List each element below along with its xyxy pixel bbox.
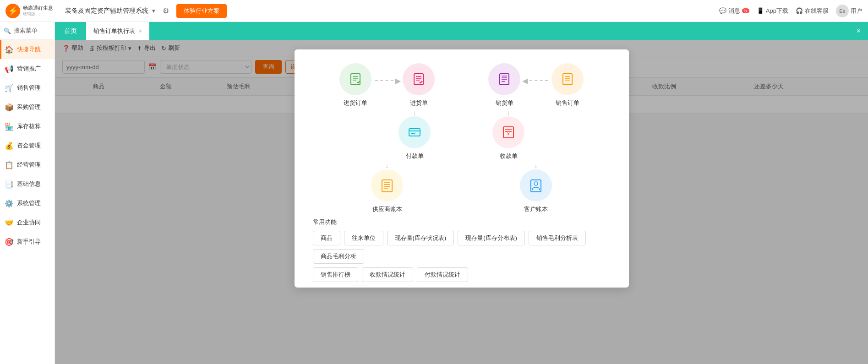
svg-text:¥: ¥ xyxy=(413,131,416,136)
scroll-bar-area: ◀ ▶ xyxy=(313,286,611,288)
sidebar-item-purchase[interactable]: 📦 采购管理 xyxy=(0,98,55,117)
home-icon: 🏠 xyxy=(5,45,13,54)
message-btn[interactable]: 💬 消息 5 xyxy=(719,7,749,15)
system-title: 装备及固定资产辅助管理系统 ▾ ⚙ 体验行业方案 xyxy=(65,4,719,18)
avatar: Ea xyxy=(836,5,849,17)
sales-order-node: 销售订单 xyxy=(551,63,584,107)
sidebar-item-enterprise[interactable]: 🤝 企业协同 xyxy=(0,213,55,232)
sidebar-label-newbie: 新手引导 xyxy=(17,238,41,246)
system-dropdown-btn[interactable]: ▾ xyxy=(152,7,155,14)
sidebar-label-marketing: 营销推广 xyxy=(17,65,41,73)
receipt-bill-node: ¥ 收款单 xyxy=(492,116,524,160)
sales-icon: 🛒 xyxy=(5,84,13,92)
function-buttons-row2: 销售排行榜 收款情况统计 付款情况统计 xyxy=(313,267,611,282)
logo-sub: 旺销版 xyxy=(23,11,53,17)
common-functions: 常用功能 商品 往来单位 现存量(库存状况表) 现存量(库存分布表) 销售毛利分… xyxy=(313,218,611,282)
func-stock-dist-btn[interactable]: 现存量(库存分布表) xyxy=(458,231,525,245)
operation-icon: 📋 xyxy=(5,161,13,169)
func-sales-margin-btn[interactable]: 销售毛利分析表 xyxy=(529,231,586,245)
purchase-order-node: 进货订单 xyxy=(339,63,371,107)
tab-close-btn[interactable]: × xyxy=(139,28,142,34)
modal-dialog: 进货订单 ▶ 进货单 xyxy=(295,49,629,288)
app-download-btn[interactable]: 📱 App下载 xyxy=(757,7,788,15)
customer-account-label: 客户账本 xyxy=(524,205,548,213)
sidebar-item-inventory[interactable]: 🏪 库存核算 xyxy=(0,117,55,136)
customer-account-icon xyxy=(520,169,552,201)
user-name-label: 用户 xyxy=(851,7,863,15)
tab-sales-order[interactable]: 销售订单执行表 × xyxy=(86,22,149,40)
func-payment-stats-btn[interactable]: 付款情况统计 xyxy=(417,267,468,282)
sales-bill-label: 销货单 xyxy=(496,99,513,107)
sidebar-label-inventory: 库存核算 xyxy=(17,122,41,130)
sidebar-item-basic[interactable]: 📑 基础信息 xyxy=(0,174,55,194)
sidebar-label-sales: 销售管理 xyxy=(17,84,41,92)
sidebar-label-basic: 基础信息 xyxy=(17,180,41,188)
svg-rect-17 xyxy=(500,74,509,85)
tab-home-label: 首页 xyxy=(64,27,77,35)
payment-bill-label: 付款单 xyxy=(406,152,424,160)
func-sales-rank-btn[interactable]: 销售排行榜 xyxy=(313,267,358,282)
sidebar-item-finance[interactable]: 💰 资金管理 xyxy=(0,136,55,155)
purchase-bill-icon xyxy=(403,63,435,95)
sidebar: 🔍 搜索菜单 🏠 快捷导航 📢 营销推广 🛒 销售管理 📦 采购管理 🏪 库存核… xyxy=(0,22,55,364)
phone-icon: 📱 xyxy=(757,7,764,14)
newbie-icon: 🎯 xyxy=(5,238,13,246)
svg-rect-22 xyxy=(563,74,572,85)
sidebar-item-marketing[interactable]: 📢 营销推广 xyxy=(0,59,55,78)
function-buttons-row1: 商品 往来单位 现存量(库存状况表) 现存量(库存分布表) 销售毛利分析表 商品… xyxy=(313,231,611,264)
system-name-label: 装备及固定资产辅助管理系统 xyxy=(65,7,148,15)
main-content: 首页 销售订单执行表 × × ❓ 帮助 🖨 按模板打印 ▾ ⬆ 导出 xyxy=(55,22,868,364)
func-stock-status-btn[interactable]: 现存量(库存状况表) xyxy=(387,231,454,245)
message-label: 消息 xyxy=(728,7,740,15)
user-area[interactable]: Ea 用户 xyxy=(836,5,863,17)
svg-text:¥: ¥ xyxy=(507,131,510,136)
purchase-icon: 📦 xyxy=(5,103,13,111)
marketing-icon: 📢 xyxy=(5,65,13,73)
common-title: 常用功能 xyxy=(313,218,611,226)
func-units-btn[interactable]: 往来单位 xyxy=(344,231,383,245)
sidebar-item-system[interactable]: ⚙️ 系统管理 xyxy=(0,194,55,213)
tab-home[interactable]: 首页 xyxy=(55,22,86,40)
top-right-area: 💬 消息 5 📱 App下载 🎧 在线客服 Ea 用户 xyxy=(719,5,863,17)
tab-bar: 首页 销售订单执行表 × × xyxy=(55,22,868,40)
logo-area: ⚡ 畅康通好生意 旺销版 xyxy=(5,4,60,18)
sidebar-label-purchase: 采购管理 xyxy=(17,103,41,111)
search-menu-btn[interactable]: 🔍 搜索菜单 xyxy=(0,22,55,40)
sidebar-item-sales[interactable]: 🛒 销售管理 xyxy=(0,78,55,98)
headset-icon: 🎧 xyxy=(796,7,803,14)
message-badge: 5 xyxy=(742,8,749,13)
sales-bill-icon xyxy=(488,63,520,95)
online-service-btn[interactable]: 🎧 在线客服 xyxy=(796,7,829,15)
settings-btn[interactable]: ⚙ xyxy=(163,6,169,15)
trial-btn[interactable]: 体验行业方案 xyxy=(176,4,227,18)
func-goods-btn[interactable]: 商品 xyxy=(313,231,340,245)
finance-icon: 💰 xyxy=(5,141,13,150)
sales-bill-node: 销货单 xyxy=(488,63,520,107)
func-receipt-stats-btn[interactable]: 收款情况统计 xyxy=(362,267,413,282)
sales-order-label: 销售订单 xyxy=(556,99,579,107)
customer-account-node: 客户账本 xyxy=(520,169,552,213)
sidebar-item-operation[interactable]: 📋 经营管理 xyxy=(0,155,55,174)
inventory-icon: 🏪 xyxy=(5,122,13,130)
basic-icon: 📑 xyxy=(5,180,13,188)
svg-point-31 xyxy=(534,182,538,185)
message-icon: 💬 xyxy=(719,7,726,14)
purchase-bill-node: 进货单 xyxy=(403,63,435,107)
modal-body: 进货订单 ▶ 进货单 xyxy=(295,49,629,288)
func-goods-margin-btn[interactable]: 商品毛利分析 xyxy=(313,249,364,264)
payment-bill-node: ¥ 付款单 xyxy=(399,116,431,160)
sidebar-label-operation: 经营管理 xyxy=(17,161,41,169)
sidebar-label-system: 系统管理 xyxy=(17,199,41,207)
receipt-bill-label: 收款单 xyxy=(500,152,518,160)
tab-bar-close-btn[interactable]: × xyxy=(849,27,868,35)
sidebar-label-enterprise: 企业协同 xyxy=(17,218,41,227)
sidebar-label-quick-nav: 快捷导航 xyxy=(17,45,41,54)
system-icon: ⚙️ xyxy=(5,199,13,207)
modal-overlay: 进货订单 ▶ 进货单 xyxy=(55,40,868,364)
content-area: ❓ 帮助 🖨 按模板打印 ▾ ⬆ 导出 ↻ 刷新 📅 单据状态 xyxy=(55,40,868,364)
online-service-label: 在线客服 xyxy=(805,7,829,15)
sidebar-item-newbie[interactable]: 🎯 新手引导 xyxy=(0,232,55,251)
receipt-bill-icon: ¥ xyxy=(492,116,524,148)
sidebar-item-quick-nav[interactable]: 🏠 快捷导航 xyxy=(0,40,55,59)
payment-bill-icon: ¥ xyxy=(399,116,431,148)
